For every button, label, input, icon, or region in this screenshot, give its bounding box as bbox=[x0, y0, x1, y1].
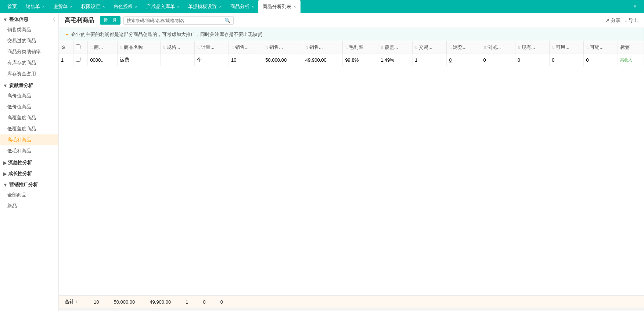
close-template-settings[interactable]: × bbox=[219, 4, 221, 9]
sidebar-group-marketing[interactable]: ▼ 营销推广分析 bbox=[0, 178, 58, 189]
th-coverage[interactable]: 覆盖... bbox=[378, 41, 412, 54]
th-product-name[interactable]: 商品名称 bbox=[118, 41, 160, 54]
window-close-button[interactable]: × bbox=[629, 3, 641, 10]
sidebar-item-all-products[interactable]: 全部商品 bbox=[0, 189, 58, 200]
close-permission-settings[interactable]: × bbox=[102, 4, 105, 9]
footer-trade-count: 1 bbox=[186, 299, 188, 305]
nav-template-settings[interactable]: 单据模板设置 × bbox=[184, 0, 226, 13]
th-sku-code[interactable]: 商... bbox=[88, 41, 118, 54]
cell-coverage: 1.49% bbox=[378, 54, 412, 66]
nav-sales-order[interactable]: 销售单 × bbox=[21, 0, 49, 13]
sidebar: 《 ▼ 整体信息 销售类商品 交易过的商品 商品分类助销率 有库存的商品 库存资… bbox=[0, 13, 59, 311]
sidebar-item-high-coverage[interactable]: 高覆盖度商品 bbox=[0, 112, 58, 123]
th-view2[interactable]: 浏览... bbox=[481, 41, 515, 54]
group-arrow-growth: ▶ bbox=[3, 171, 7, 177]
sidebar-item-traded-products[interactable]: 交易过的商品 bbox=[0, 35, 58, 46]
footer-sales-profit: 49,900.00 bbox=[150, 299, 171, 305]
sidebar-group-growth[interactable]: ▶ 成长性分析 bbox=[0, 167, 58, 178]
group-arrow-contribution: ▼ bbox=[3, 83, 8, 88]
th-trade-count[interactable]: 交易... bbox=[413, 41, 447, 54]
cell-stock-saleable: 0 bbox=[584, 54, 618, 66]
close-purchase-order[interactable]: × bbox=[70, 4, 72, 9]
cell-index: 1 bbox=[59, 54, 73, 66]
nav-purchase-order[interactable]: 进货单 × bbox=[49, 0, 76, 13]
sidebar-item-in-stock[interactable]: 有库存的商品 bbox=[0, 57, 58, 68]
th-stock-available[interactable]: 可用... bbox=[550, 41, 584, 54]
top-nav: 首页 销售单 × 进货单 × 权限设置 × 角色授权 × 产成品入库单 × 单据… bbox=[0, 0, 644, 13]
th-stock-current[interactable]: 现有... bbox=[515, 41, 549, 54]
footer-stock-current: 0 bbox=[203, 299, 205, 305]
th-sales-qty[interactable]: 销售... bbox=[229, 41, 263, 54]
cell-checkbox bbox=[73, 54, 88, 66]
sidebar-group-contribution[interactable]: ▼ 贡献量分析 bbox=[0, 79, 58, 90]
group-arrow-flow: ▶ bbox=[3, 160, 7, 166]
cell-trade-count: 1 bbox=[413, 54, 447, 66]
cell-view2: 0 bbox=[481, 54, 515, 66]
sidebar-item-stock-capital[interactable]: 库存资金占用 bbox=[0, 68, 58, 79]
content-area: 高毛利商品 近一月 🔍 ↗ 分享 ↓ 导出 ✦ 企业的主要的利润都是这部分商品创… bbox=[59, 13, 644, 311]
th-tag: 标签 bbox=[618, 41, 644, 54]
column-settings-icon[interactable]: ⚙ bbox=[61, 44, 66, 50]
filter-month-button[interactable]: 近一月 bbox=[100, 16, 120, 25]
tip-icon: ✦ bbox=[65, 32, 69, 37]
bottom-scrollbar[interactable] bbox=[59, 308, 644, 311]
cell-product-name: 运费 bbox=[118, 54, 160, 66]
page-title: 高毛利商品 bbox=[65, 17, 94, 24]
search-input[interactable] bbox=[127, 18, 224, 23]
sidebar-item-category-rate[interactable]: 商品分类助销率 bbox=[0, 46, 58, 57]
footer-stock-saleable: 0 bbox=[220, 299, 223, 305]
view1-link[interactable]: 0 bbox=[449, 57, 451, 63]
sidebar-item-high-value[interactable]: 高价值商品 bbox=[0, 90, 58, 101]
search-box: 🔍 bbox=[123, 16, 234, 25]
export-button[interactable]: ↓ 导出 bbox=[625, 17, 638, 24]
close-role-auth[interactable]: × bbox=[135, 4, 137, 9]
nav-product-analysis-list[interactable]: 商品分析列表 × bbox=[258, 0, 300, 13]
sidebar-item-low-value[interactable]: 低价值商品 bbox=[0, 101, 58, 112]
close-product-analysis[interactable]: × bbox=[252, 4, 254, 9]
nav-product-analysis[interactable]: 商品分析 × bbox=[226, 0, 258, 13]
th-unit[interactable]: 计量... bbox=[194, 41, 229, 54]
sidebar-collapse-button[interactable]: 《 bbox=[50, 16, 55, 23]
th-sales-amount[interactable]: 销售... bbox=[263, 41, 303, 54]
info-banner: ✦ 企业的主要的利润都是这部分商品创造的，可考虑加大推广，同时关注库存是不要出现… bbox=[59, 28, 644, 41]
nav-role-auth[interactable]: 角色授权 × bbox=[109, 0, 141, 13]
search-icon[interactable]: 🔍 bbox=[224, 18, 230, 23]
export-icon: ↓ bbox=[625, 18, 627, 23]
sidebar-item-low-margin[interactable]: 低毛利商品 bbox=[0, 145, 58, 156]
table-wrapper[interactable]: ⚙ 商... 商品名称 规格... 计量... 销售... 销售... 销售..… bbox=[59, 41, 644, 295]
row-checkbox[interactable] bbox=[76, 57, 80, 62]
cell-spec bbox=[160, 54, 194, 66]
data-table: ⚙ 商... 商品名称 规格... 计量... 销售... 销售... 销售..… bbox=[59, 41, 644, 66]
close-production-inbound[interactable]: × bbox=[177, 4, 179, 9]
th-index: ⚙ bbox=[59, 41, 73, 54]
tag-label: 高收入 bbox=[620, 58, 632, 62]
nav-permission-settings[interactable]: 权限设置 × bbox=[77, 0, 109, 13]
th-gross-margin[interactable]: 毛利率 bbox=[343, 41, 378, 54]
cell-sales-amount: 50,000.00 bbox=[263, 54, 303, 66]
th-view1[interactable]: 浏览... bbox=[447, 41, 481, 54]
footer-label: 合计： bbox=[65, 299, 79, 305]
share-button[interactable]: ↗ 分享 bbox=[605, 17, 620, 24]
cell-sales-qty: 10 bbox=[229, 54, 263, 66]
header-actions: ↗ 分享 ↓ 导出 bbox=[605, 17, 638, 24]
group-arrow-overall: ▼ bbox=[3, 17, 8, 22]
cell-sales-profit: 49,900.00 bbox=[303, 54, 343, 66]
sidebar-item-high-margin[interactable]: 高毛利商品 bbox=[0, 134, 58, 145]
sidebar-group-overall[interactable]: ▼ 整体信息 bbox=[0, 13, 58, 24]
sidebar-item-new-products[interactable]: 新品 bbox=[0, 200, 58, 211]
th-stock-saleable[interactable]: 可销... bbox=[584, 41, 618, 54]
sidebar-item-low-coverage[interactable]: 低覆盖度商品 bbox=[0, 123, 58, 134]
sidebar-item-sales-products[interactable]: 销售类商品 bbox=[0, 24, 58, 35]
sidebar-group-flow[interactable]: ▶ 流趋性分析 bbox=[0, 156, 58, 167]
nav-home[interactable]: 首页 bbox=[3, 0, 21, 13]
th-spec[interactable]: 规格... bbox=[160, 41, 194, 54]
close-sales-order[interactable]: × bbox=[42, 4, 44, 9]
table-footer: 合计： 10 50,000.00 49,900.00 1 0 0 bbox=[59, 295, 644, 308]
cell-stock-available: 0 bbox=[550, 54, 584, 66]
select-all-checkbox[interactable] bbox=[76, 44, 80, 49]
th-checkbox bbox=[73, 41, 88, 54]
nav-production-inbound[interactable]: 产成品入库单 × bbox=[142, 0, 184, 13]
footer-sales-qty: 10 bbox=[94, 299, 99, 305]
close-product-analysis-list[interactable]: × bbox=[294, 4, 296, 9]
th-sales-profit[interactable]: 销售... bbox=[303, 41, 343, 54]
